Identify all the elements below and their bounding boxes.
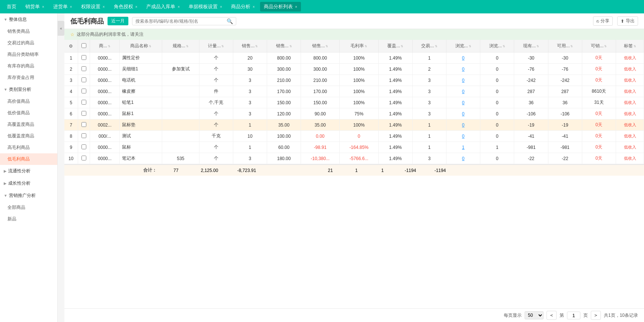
cell-browse1[interactable]: 0 (446, 97, 480, 108)
close-icon[interactable]: × (42, 5, 44, 9)
sidebar-group-marketing[interactable]: ▼ 营销推广分析 (0, 189, 57, 202)
cell-checkbox[interactable] (78, 119, 90, 131)
cell-available: -30 (548, 52, 582, 64)
cell-unit: 个 (199, 75, 233, 86)
sidebar-item-high-coverage[interactable]: 高覆盖度商品 (0, 119, 57, 130)
th-checkbox[interactable] (78, 40, 90, 52)
cell-coverage: 1.49% (378, 119, 412, 131)
cell-spec: 参加复试 (162, 64, 199, 75)
row-checkbox[interactable] (81, 55, 86, 60)
th-browse2[interactable]: 浏览...⇅ (480, 40, 514, 52)
cell-checkbox[interactable] (78, 153, 90, 164)
nav-home[interactable]: 首页 (3, 2, 20, 12)
close-icon[interactable]: × (70, 5, 72, 9)
sidebar-group-growth[interactable]: ▶ 成长性分析 (0, 177, 57, 189)
th-name[interactable]: 商品名称⇅ (120, 40, 162, 52)
row-checkbox[interactable] (81, 144, 86, 149)
th-settings[interactable]: ⚙ (64, 40, 78, 52)
th-sale-amount[interactable]: 销售...⇅ (267, 40, 301, 52)
cell-browse1[interactable]: 0 (446, 153, 480, 164)
row-checkbox[interactable] (81, 156, 86, 160)
sidebar-item-high-value[interactable]: 高价值商品 (0, 96, 57, 107)
cell-browse1[interactable]: 0 (446, 119, 480, 131)
cell-browse1[interactable]: 0 (446, 64, 480, 75)
share-button[interactable]: ⎋ 分享 (593, 16, 613, 26)
cell-checkbox[interactable] (78, 52, 90, 64)
sidebar-group-category[interactable]: ▼ 类别室分析 (0, 83, 57, 96)
period-button[interactable]: 近一月 (108, 17, 128, 25)
cell-browse1[interactable]: 0 (446, 86, 480, 97)
cell-checkbox[interactable] (78, 108, 90, 119)
close-icon[interactable]: × (135, 5, 138, 9)
nav-sales-order[interactable]: 销货单 × (22, 2, 48, 12)
export-button[interactable]: ⬆ 导出 (617, 16, 638, 26)
th-trade[interactable]: 交易...⇅ (412, 40, 446, 52)
sidebar-item-low-coverage[interactable]: 低覆盖度商品 (0, 130, 57, 142)
th-sale-profit[interactable]: 销售...⇅ (301, 40, 340, 52)
search-input[interactable] (135, 19, 227, 24)
cell-browse1[interactable]: 0 (446, 108, 480, 119)
select-all-checkbox[interactable] (81, 43, 86, 48)
sidebar-item-in-stock[interactable]: 有库存的商品 (0, 60, 57, 72)
close-icon[interactable]: × (177, 5, 180, 9)
cell-checkbox[interactable] (78, 97, 90, 108)
sidebar-item-low-profit[interactable]: 低毛利商品 (0, 153, 57, 165)
cell-browse1[interactable]: 0 (446, 52, 480, 64)
th-available[interactable]: 可用...⇅ (548, 40, 582, 52)
next-page-button[interactable]: ＞ (591, 311, 601, 320)
th-spec[interactable]: 规格...⇅ (162, 40, 199, 52)
row-checkbox[interactable] (81, 89, 86, 93)
th-current-stock[interactable]: 现有...⇅ (514, 40, 548, 52)
th-browse1[interactable]: 浏览...⇅ (446, 40, 480, 52)
row-checkbox[interactable] (81, 111, 86, 116)
th-coverage[interactable]: 覆盖...⇅ (378, 40, 412, 52)
nav-permission[interactable]: 权限设置 × (77, 2, 109, 12)
row-checkbox[interactable] (81, 77, 86, 82)
nav-product-analysis[interactable]: 商品分析 × (227, 2, 259, 12)
nav-role-auth[interactable]: 角色授权 × (110, 2, 141, 12)
cell-checkbox[interactable] (78, 75, 90, 86)
sidebar-item-high-profit[interactable]: 高毛利商品 (0, 142, 57, 153)
cell-browse1[interactable]: 1 (446, 142, 480, 153)
cell-browse1[interactable]: 0 (446, 131, 480, 142)
sidebar-item-sales-products[interactable]: 销售类商品 (0, 26, 57, 37)
row-checkbox[interactable] (81, 100, 86, 105)
prev-page-button[interactable]: ＜ (547, 311, 557, 320)
sidebar-item-category-sales-rate[interactable]: 商品分类助销率 (0, 49, 57, 60)
th-saleable[interactable]: 可销...⇅ (582, 40, 616, 52)
cell-name: 鼠标垫 (120, 119, 162, 131)
th-tag[interactable]: 标签⇅ (616, 40, 644, 52)
sidebar-group-overall[interactable]: ▼ 整体信息 (0, 13, 57, 26)
row-checkbox[interactable] (81, 122, 86, 127)
sidebar-item-traded-products[interactable]: 交易过的商品 (0, 37, 57, 49)
sidebar-group-circulation[interactable]: ▶ 流通性分析 (0, 165, 57, 177)
nav-product-inbound[interactable]: 产成品入库单 × (142, 2, 183, 12)
page-number-input[interactable] (567, 312, 580, 319)
nav-template-settings[interactable]: 单据模板设置 × (185, 2, 226, 12)
sidebar-collapse-button[interactable]: « (58, 21, 64, 36)
th-gross-rate[interactable]: 毛利率⇅ (339, 40, 378, 52)
sidebar-item-inventory-capital[interactable]: 库存资金占用 (0, 72, 57, 83)
sidebar-item-low-value[interactable]: 低价值商品 (0, 107, 57, 119)
close-icon[interactable]: × (220, 5, 222, 9)
cell-checkbox[interactable] (78, 131, 90, 142)
close-icon[interactable]: × (103, 5, 105, 9)
close-icon[interactable]: × (295, 5, 297, 9)
cell-checkbox[interactable] (78, 64, 90, 75)
row-checkbox[interactable] (81, 66, 86, 71)
th-sale-qty[interactable]: 销售...⇅ (233, 40, 267, 52)
th-code[interactable]: 商...⇅ (90, 40, 120, 52)
th-unit[interactable]: 计量...⇅ (199, 40, 233, 52)
nav-purchase-order[interactable]: 进货单 × (49, 2, 76, 12)
cell-browse1[interactable]: 0 (446, 75, 480, 86)
cell-checkbox[interactable] (78, 142, 90, 153)
page-size-select[interactable]: 50 100 200 (525, 311, 544, 319)
close-icon[interactable]: × (253, 5, 255, 9)
sidebar-item-new-products[interactable]: 新品 (0, 213, 57, 225)
cell-unit: 个 (199, 119, 233, 131)
cell-checkbox[interactable] (78, 86, 90, 97)
nav-product-analysis-list[interactable]: 商品分析列表 × (260, 2, 301, 12)
search-icon[interactable]: 🔍 (227, 18, 233, 24)
sidebar-item-all-products[interactable]: 全部商品 (0, 202, 57, 213)
row-checkbox[interactable] (81, 133, 86, 138)
